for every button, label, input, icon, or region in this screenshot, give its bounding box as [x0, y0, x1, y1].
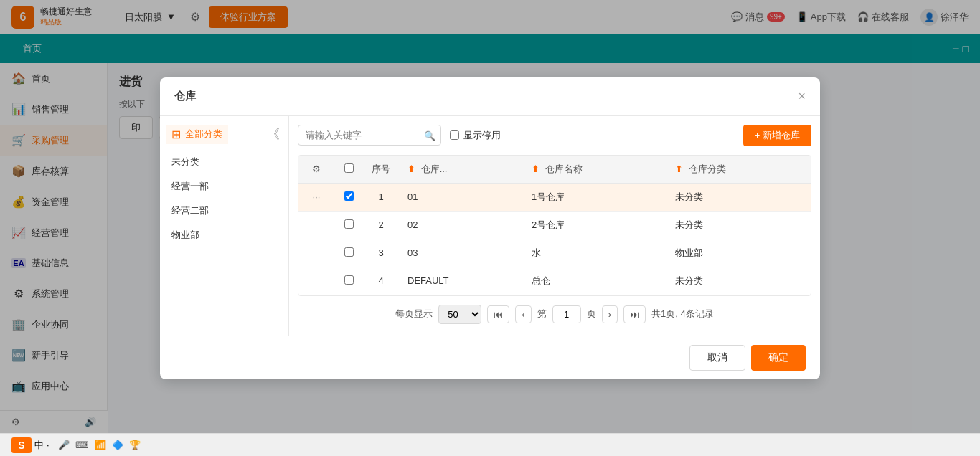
cat-item-all[interactable]: ⊞ 全部分类 [166, 125, 228, 144]
modal-body: ⊞ 全部分类 《 未分类 经营一部 经营二部 物业部 [160, 116, 820, 336]
row-actions[interactable]: ··· [298, 267, 334, 295]
first-page-button[interactable]: ⏮ [487, 305, 509, 323]
confirm-button[interactable]: 确定 [751, 345, 806, 371]
col-header-check [334, 156, 363, 184]
total-info: 共1页, 4条记录 [651, 308, 714, 320]
search-icon[interactable]: 🔍 [424, 130, 435, 141]
collapse-sidebar-icon[interactable]: 《 [264, 125, 283, 143]
s-logo-icon: S [11, 437, 32, 453]
next-page-button[interactable]: › [602, 305, 618, 323]
modal-overlay[interactable]: 仓库 × ⊞ 全部分类 《 未分类 经营一部 [0, 0, 980, 456]
sort-icon-name: ⬆ [532, 163, 540, 174]
col-header-name: ⬆ 仓库名称 [523, 156, 667, 184]
cat-label-dept2: 经营二部 [171, 204, 209, 217]
row-code: 03 [399, 239, 523, 267]
row-code: 02 [399, 211, 523, 239]
col-header-code: ⬆ 仓库... [399, 156, 523, 184]
row-checkbox-cell [334, 239, 363, 267]
mic-icon[interactable]: 🎤 [58, 440, 70, 450]
warehouse-modal: 仓库 × ⊞ 全部分类 《 未分类 经营一部 [160, 77, 820, 379]
search-input[interactable] [298, 125, 441, 146]
grid-icon: ⊞ [171, 128, 181, 141]
modal-header: 仓库 × [160, 77, 820, 116]
row-checkbox[interactable] [344, 219, 354, 229]
show-disabled-label: 显示停用 [463, 129, 501, 142]
row-checkbox-cell [334, 267, 363, 295]
network-icon[interactable]: 📶 [95, 440, 106, 450]
table-header-row: ⚙ 序号 ⬆ 仓库... [298, 156, 811, 184]
page-input[interactable] [552, 305, 581, 323]
row-num: 3 [363, 239, 399, 267]
per-page-label: 每页显示 [395, 308, 433, 320]
row-checkbox-cell [334, 211, 363, 239]
zh-icon: 中 [34, 439, 44, 452]
row-code: 01 [399, 183, 523, 211]
bottom-icons: 🎤 ⌨ 📶 🔷 🏆 [58, 440, 141, 450]
cat-label-uncategorized: 未分类 [171, 156, 199, 168]
row-num: 1 [363, 183, 399, 211]
warehouse-table-wrap: ⚙ 序号 ⬆ 仓库... [298, 155, 811, 296]
row-checkbox[interactable] [344, 275, 354, 285]
show-disabled-wrap: 显示停用 [450, 129, 501, 142]
col-header-category: ⬆ 仓库分类 [666, 156, 811, 184]
col-category-label: 仓库分类 [689, 163, 726, 174]
table-body: ··· 1 01 1号仓库 未分类 ··· 2 02 2号仓库 未分类 ··· … [298, 183, 811, 295]
cat-item-property[interactable]: 物业部 [160, 223, 288, 247]
page-suffix: 页 [587, 308, 596, 320]
row-category: 未分类 [666, 267, 811, 295]
row-actions[interactable]: ··· [298, 239, 334, 267]
prev-page-button[interactable]: ‹ [515, 305, 531, 323]
col-name-label: 仓库名称 [545, 163, 583, 174]
sort-icon-cat: ⬆ [675, 163, 683, 174]
row-checkbox[interactable] [344, 191, 354, 201]
sort-icon-code: ⬆ [407, 163, 415, 174]
row-actions[interactable]: ··· [298, 183, 334, 211]
table-row[interactable]: ··· 4 DEFAULT 总仓 未分类 [298, 267, 811, 295]
row-category: 未分类 [666, 211, 811, 239]
cat-item-uncategorized[interactable]: 未分类 [160, 150, 288, 174]
table-row[interactable]: ··· 3 03 水 物业部 [298, 239, 811, 267]
row-name: 总仓 [523, 267, 667, 295]
show-disabled-checkbox[interactable] [450, 130, 459, 140]
cat-item-dept2[interactable]: 经营二部 [160, 199, 288, 223]
select-all-checkbox[interactable] [344, 163, 354, 173]
bottom-logo: S 中 · [11, 437, 50, 453]
dot-separator: · [47, 440, 50, 450]
row-checkbox[interactable] [344, 247, 354, 257]
row-num: 4 [363, 267, 399, 295]
row-checkbox-cell [334, 183, 363, 211]
trophy-icon[interactable]: 🏆 [129, 440, 141, 450]
col-code-label: 仓库... [421, 163, 448, 174]
col-header-gear: ⚙ [298, 156, 334, 184]
per-page-select[interactable]: 50 20 100 [438, 305, 481, 324]
modal-close-button[interactable]: × [798, 89, 806, 104]
modal-main-content: 🔍 显示停用 + 新增仓库 ⚙ [289, 116, 820, 336]
gear-col-icon: ⚙ [312, 163, 321, 174]
add-warehouse-button[interactable]: + 新增仓库 [743, 125, 811, 146]
cat-item-dept1[interactable]: 经营一部 [160, 174, 288, 199]
col-header-num: 序号 [363, 156, 399, 184]
last-page-button[interactable]: ⏭ [623, 305, 646, 323]
row-num: 2 [363, 211, 399, 239]
warehouse-table: ⚙ 序号 ⬆ 仓库... [298, 156, 811, 295]
page-label: 第 [537, 308, 547, 320]
search-input-wrap: 🔍 [298, 125, 441, 146]
blue-icon[interactable]: 🔷 [112, 440, 123, 450]
cat-label-dept1: 经营一部 [171, 180, 209, 193]
keyboard-icon[interactable]: ⌨ [75, 440, 89, 450]
table-row[interactable]: ··· 1 01 1号仓库 未分类 [298, 183, 811, 211]
search-bar: 🔍 显示停用 + 新增仓库 [298, 125, 811, 146]
modal-title: 仓库 [174, 90, 196, 103]
bottom-bar: S 中 · 🎤 ⌨ 📶 🔷 🏆 [0, 433, 980, 456]
cancel-button[interactable]: 取消 [689, 345, 745, 371]
row-category: 物业部 [666, 239, 811, 267]
row-actions[interactable]: ··· [298, 211, 334, 239]
cat-label-property: 物业部 [171, 229, 199, 242]
row-name: 水 [523, 239, 667, 267]
cat-label-all: 全部分类 [185, 128, 222, 141]
category-sidebar: ⊞ 全部分类 《 未分类 经营一部 经营二部 物业部 [160, 116, 289, 336]
row-category: 未分类 [666, 183, 811, 211]
row-name: 2号仓库 [523, 211, 667, 239]
table-row[interactable]: ··· 2 02 2号仓库 未分类 [298, 211, 811, 239]
pagination: 每页显示 50 20 100 ⏮ ‹ 第 页 › ⏭ 共1页, 4条记录 [298, 296, 811, 327]
